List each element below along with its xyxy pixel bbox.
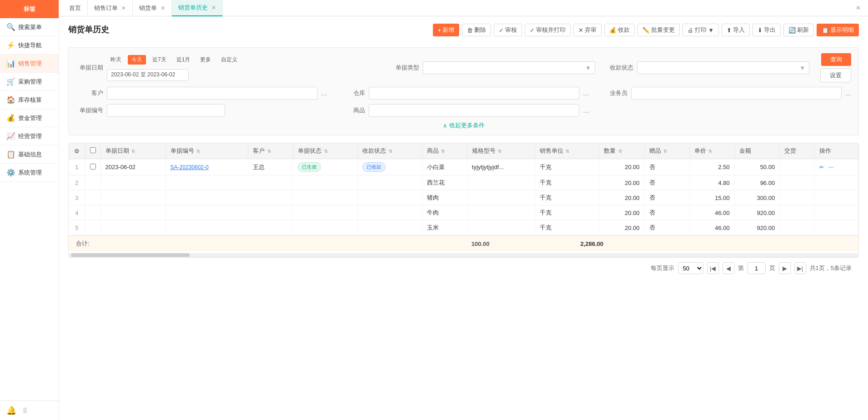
doc-date-sort-icon[interactable]: ⇅ xyxy=(131,149,135,154)
sidebar-item-purchase-mgmt[interactable]: 🛒 采购管理 xyxy=(0,73,59,91)
customer-more-icon[interactable]: ... xyxy=(321,89,327,97)
col-transaction: 交货 xyxy=(780,143,815,159)
cell-spec-type xyxy=(467,220,535,235)
select-all-checkbox[interactable] xyxy=(90,147,96,153)
tab-sales-invoice[interactable]: 销货单 ✕ xyxy=(133,0,172,16)
purchase-mgmt-icon: 🛒 xyxy=(6,77,15,86)
date-tag-more[interactable]: 更多 xyxy=(196,55,215,65)
cell-action: ✏ ⋯ xyxy=(815,159,858,175)
batch-change-button[interactable]: ✏️ 批量变更 xyxy=(637,24,680,36)
pause-icon[interactable]: ⏸ xyxy=(21,406,29,415)
sales-unit-sort-icon[interactable]: ⇅ xyxy=(566,149,569,154)
col-settings[interactable]: ⚙ xyxy=(69,143,85,159)
product-more-icon[interactable]: ... xyxy=(583,106,589,115)
table-row: 3 猪肉 千克 20.00 否 15.00 300.00 xyxy=(69,190,858,205)
abandon-button[interactable]: ✕ 弃审 xyxy=(573,24,602,36)
date-range-input[interactable] xyxy=(107,69,189,81)
filter-payment-status-select[interactable]: ▼ xyxy=(637,61,809,74)
tab-sales-history[interactable]: 销货单历史 ✕ xyxy=(172,0,223,16)
query-button[interactable]: 查询 xyxy=(821,53,851,66)
gift-sort-icon[interactable]: ⇅ xyxy=(663,149,667,154)
scrollbar-thumb[interactable] xyxy=(71,253,190,257)
export-button[interactable]: ⬇ 导出 xyxy=(753,24,781,36)
sidebar-item-basic-info[interactable]: 📋 基础信息 xyxy=(0,145,59,164)
filter-customer-input[interactable] xyxy=(107,87,317,100)
last-page-button[interactable]: ▶| xyxy=(794,262,806,274)
doc-status-sort-icon[interactable]: ⇅ xyxy=(324,149,328,154)
tab-sales-order-close[interactable]: ✕ xyxy=(121,5,126,11)
first-page-button[interactable]: |◀ xyxy=(707,262,719,274)
table-settings-icon[interactable]: ⚙ xyxy=(74,148,80,155)
page-number-input[interactable] xyxy=(748,262,766,274)
payment-status-sort-icon[interactable]: ⇅ xyxy=(389,149,392,154)
col-product: 商品 ⇅ xyxy=(422,143,467,159)
collect-button[interactable]: 💰 收款 xyxy=(604,24,635,36)
tab-home[interactable]: 首页 xyxy=(63,0,88,16)
refresh-button[interactable]: 🔄 刷新 xyxy=(783,24,814,36)
page-prefix-label: 第 xyxy=(738,264,744,272)
notification-icon[interactable]: 🔔 xyxy=(6,405,16,415)
filter-doc-type-select[interactable]: ▼ xyxy=(423,61,595,74)
close-all-icon[interactable]: ✕ xyxy=(852,5,864,11)
sidebar-item-sales-mgmt[interactable]: 📊 销售管理 xyxy=(0,55,59,73)
page-title: 销货单历史 xyxy=(68,24,109,35)
filter-customer-item: 客户 ... xyxy=(76,87,327,100)
warehouse-more-icon[interactable]: ... xyxy=(583,89,589,97)
prev-page-button[interactable]: ◀ xyxy=(722,262,734,274)
salesperson-more-icon[interactable]: ... xyxy=(845,89,851,97)
import-button[interactable]: ⬆ 导入 xyxy=(722,24,750,36)
settings-button[interactable]: 设置 xyxy=(820,69,851,82)
date-tag-last-month[interactable]: 近1月 xyxy=(173,55,194,65)
audit-print-button[interactable]: ✓ 审核并打印 xyxy=(525,24,571,36)
sidebar-item-system-mgmt[interactable]: ⚙️ 系统管理 xyxy=(0,164,59,182)
next-page-button[interactable]: ▶ xyxy=(779,262,791,274)
doc-no-link[interactable]: SA-20230602-0 xyxy=(171,164,209,170)
cell-unit-price: 46.00 xyxy=(689,205,734,220)
date-tag-today[interactable]: 今天 xyxy=(128,55,146,65)
quantity-sort-icon[interactable]: ⇅ xyxy=(618,149,622,154)
sidebar-item-quick-nav[interactable]: ⚡ 快捷导航 xyxy=(0,36,59,55)
product-sort-icon[interactable]: ⇅ xyxy=(441,149,445,154)
spec-type-sort-icon[interactable]: ⇅ xyxy=(498,149,502,154)
cell-doc-no: SA-20230602-0 xyxy=(166,159,248,175)
cell-doc-date xyxy=(100,205,166,220)
per-page-select[interactable]: 50 100 200 xyxy=(678,262,703,274)
col-sales-unit: 销售单位 ⇅ xyxy=(535,143,599,159)
tab-sales-invoice-close[interactable]: ✕ xyxy=(161,5,165,11)
sidebar-item-operations-mgmt[interactable]: 📈 经营管理 xyxy=(0,127,59,145)
filter-salesperson-input[interactable] xyxy=(631,87,842,100)
filter-docno-label: 单据编号 xyxy=(76,106,103,115)
filter-warehouse-input[interactable] xyxy=(369,87,579,100)
cell-doc-no xyxy=(166,175,248,190)
collapse-filter-button[interactable]: ∧ 收起更多条件 xyxy=(76,121,851,130)
print-button[interactable]: 🖨 打印 ▼ xyxy=(682,24,719,36)
audit-button[interactable]: ✓ 审核 xyxy=(494,24,522,36)
date-tag-yesterday[interactable]: 昨天 xyxy=(107,55,125,65)
tab-sales-order[interactable]: 销售订单 ✕ xyxy=(88,0,133,16)
unit-price-sort-icon[interactable]: ⇅ xyxy=(708,149,712,154)
customer-sort-icon[interactable]: ⇅ xyxy=(267,149,271,154)
date-tag-last7[interactable]: 近7天 xyxy=(149,55,170,65)
date-tag-custom[interactable]: 自定义 xyxy=(217,55,241,65)
cell-customer xyxy=(248,175,293,190)
edit-action-link[interactable]: ✏ xyxy=(819,164,824,170)
sidebar-item-label: 销售管理 xyxy=(18,60,42,68)
sidebar-item-fund-mgmt[interactable]: 💰 资金管理 xyxy=(0,109,59,127)
tab-sales-history-close[interactable]: ✕ xyxy=(211,5,216,11)
more-action-link[interactable]: ⋯ xyxy=(828,164,834,170)
show-detail-button[interactable]: 📋 显示明细 xyxy=(817,24,859,36)
payment-status-badge: 已收款 xyxy=(362,162,386,172)
filter-row-3: 单据编号 商品 ... xyxy=(76,104,851,117)
sidebar-item-inventory-calc[interactable]: 🏠 库存核算 xyxy=(0,91,59,109)
delete-button[interactable]: 🗑 删除 xyxy=(462,24,491,36)
new-button[interactable]: + 新增 xyxy=(433,24,460,36)
filter-product-input[interactable] xyxy=(369,104,579,117)
sidebar-item-search-menu[interactable]: 🔍 搜索菜单 xyxy=(0,18,59,36)
table-row: 1 2023-06-02 SA-20230602-0 王总 已生效 已收款 小白… xyxy=(69,159,858,175)
refresh-icon: 🔄 xyxy=(788,27,796,34)
horizontal-scrollbar[interactable] xyxy=(69,253,858,257)
filter-docno-input[interactable] xyxy=(107,104,225,117)
doc-no-sort-icon[interactable]: ⇅ xyxy=(196,149,200,154)
filter-date-label: 单据日期 xyxy=(76,64,103,72)
row-checkbox[interactable] xyxy=(90,164,96,170)
